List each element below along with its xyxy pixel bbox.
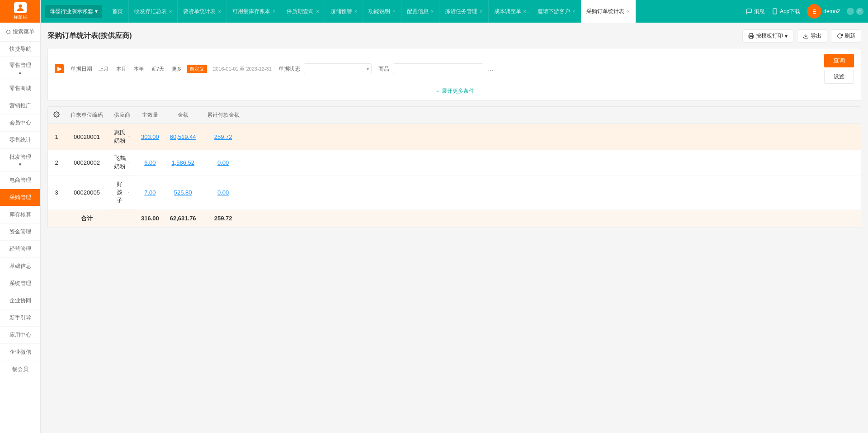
sidebar-item-finance[interactable]: 资金管理 xyxy=(0,224,40,241)
date-shortcut-7days[interactable]: 近7天 xyxy=(149,65,167,73)
sidebar-item-wholesale[interactable]: 批发管理 ▼ xyxy=(0,149,40,172)
table-footer: 合计 316.00 62,631.76 259.72 xyxy=(48,209,861,227)
tab-overstock[interactable]: 超储预警 × xyxy=(325,0,363,23)
date-shortcut-custom[interactable]: 自定义 xyxy=(187,65,207,73)
message-button[interactable]: 消息 xyxy=(746,8,765,15)
industry-dropdown[interactable]: 母婴行业演示账套 ▾ xyxy=(45,5,102,18)
filter-bar: ▶ 单据日期 上月 本月 本年 近7天 更多 自定义 2016-01-01 至 … xyxy=(47,48,861,101)
data-table-container: 往来单位编码 供应商 主数量 金额 累计付款金额 1 00020001 惠氏奶粉… xyxy=(47,106,861,228)
status-filter-group: 单据状态 xyxy=(278,63,372,74)
date-shortcut-this-month[interactable]: 本月 xyxy=(113,65,129,73)
date-filter-group: 单据日期 上月 本月 本年 近7天 更多 自定义 2016-01-01 至 20… xyxy=(71,65,272,73)
table-header-settings xyxy=(48,107,65,124)
cell-no: 1 xyxy=(48,124,65,150)
sidebar-item-system[interactable]: 系统管理 xyxy=(0,275,40,292)
tab-close-icon-active[interactable]: × xyxy=(627,9,629,14)
sidebar-item-retail-management[interactable]: 零售管理 ▲ xyxy=(0,57,40,80)
sidebar-item-operations[interactable]: 经营管理 xyxy=(0,241,40,258)
footer-label: 合计 xyxy=(65,209,108,227)
tab-close-icon[interactable]: × xyxy=(431,9,434,14)
dropdown-arrow-icon: ▾ xyxy=(95,8,98,14)
search-menu-section[interactable]: 搜索菜单 xyxy=(0,23,40,42)
tab-config-info[interactable]: 配置信息 × xyxy=(401,0,439,23)
filter-toggle-button[interactable]: ▶ xyxy=(55,64,64,73)
sidebar: 标题栏 搜索菜单 快捷导航 零售管理 ▲ 零售商城 营销推广 会员中心 零售统计… xyxy=(0,0,41,433)
goods-more-button[interactable]: … xyxy=(487,65,494,73)
page-actions: 按模板打印 ▾ 导出 刷新 xyxy=(742,29,861,43)
cell-no: 3 xyxy=(48,176,65,209)
date-shortcut-last-month[interactable]: 上月 xyxy=(96,65,111,73)
tab-close-icon[interactable]: × xyxy=(572,9,575,14)
tab-cost-adjust[interactable]: 成本调整单 × xyxy=(489,0,532,23)
date-shortcut-more[interactable]: 更多 xyxy=(169,65,184,73)
sidebar-item-member[interactable]: 会员中心 xyxy=(0,114,40,132)
print-dropdown-arrow: ▾ xyxy=(785,33,788,39)
tab-close-icon[interactable]: × xyxy=(169,9,172,14)
sidebar-item-member2[interactable]: 畅会员 xyxy=(0,361,40,378)
search-menu-button[interactable]: 搜索菜单 xyxy=(3,26,38,38)
tab-purchase-stats[interactable]: 采购订单统计表 × xyxy=(581,0,635,23)
sidebar-item-inventory[interactable]: 库存核算 xyxy=(0,206,40,224)
sidebar-item-enterprise[interactable]: 企业协同 xyxy=(0,292,40,309)
sidebar-item-new-guide[interactable]: 新手引导 xyxy=(0,309,40,327)
tab-close-icon[interactable]: × xyxy=(273,9,275,14)
tab-close-icon[interactable]: × xyxy=(218,9,221,14)
app-download-button[interactable]: App下载 xyxy=(772,8,800,15)
tab-home[interactable]: 首页 xyxy=(107,0,129,23)
tab-pick-task[interactable]: 拣货任务管理 × xyxy=(439,0,488,23)
logo-text: 标题栏 xyxy=(14,14,27,20)
footer-amount: 62,631.76 xyxy=(165,209,202,227)
cell-quantity: 6.00 xyxy=(136,150,165,176)
tab-close-icon[interactable]: × xyxy=(354,9,357,14)
tab-close-icon[interactable]: × xyxy=(524,9,526,14)
svg-point-1 xyxy=(7,30,10,33)
table-row[interactable]: 3 00020005 好孩子 7.00 525.80 0.00 xyxy=(48,176,861,209)
status-select[interactable] xyxy=(304,63,372,74)
sidebar-item-retail-stats[interactable]: 零售统计 xyxy=(0,132,40,149)
sidebar-item-basic-info[interactable]: 基础信息 xyxy=(0,258,40,275)
table-header-code: 往来单位编码 xyxy=(65,107,108,124)
tab-demand[interactable]: 要货单统计表 × xyxy=(178,0,226,23)
print-button[interactable]: 按模板打印 ▾ xyxy=(742,29,793,43)
goods-input[interactable] xyxy=(393,63,483,74)
export-button[interactable]: 导出 xyxy=(797,29,827,43)
table-header-supplier: 供应商 xyxy=(108,107,136,124)
table-row[interactable]: 2 00020002 飞鹤奶粉 6.00 1,586.52 0.00 xyxy=(48,150,861,176)
tab-expiry[interactable]: 保质期查询 × xyxy=(281,0,325,23)
footer-empty-1 xyxy=(48,209,65,227)
query-button[interactable]: 查询 xyxy=(824,54,854,67)
quick-nav-item[interactable]: 快捷导航 xyxy=(0,42,40,57)
refresh-button[interactable]: 刷新 xyxy=(831,29,861,43)
sidebar-item-app-center[interactable]: 应用中心 xyxy=(0,327,40,344)
tab-function-desc[interactable]: 功能说明 × xyxy=(363,0,401,23)
sidebar-item-wechat[interactable]: 企业微信 xyxy=(0,344,40,361)
table-body: 1 00020001 惠氏奶粉 303.00 60,519.44 259.72 … xyxy=(48,124,861,210)
date-shortcut-this-year[interactable]: 本年 xyxy=(131,65,146,73)
table-header-row: 往来单位编码 供应商 主数量 金额 累计付款金额 xyxy=(48,107,861,124)
user-menu[interactable]: E demo2 xyxy=(807,4,840,19)
app-logo: 标题栏 xyxy=(0,0,40,23)
tab-invite-downstream[interactable]: 邀请下游客户 × xyxy=(532,0,581,23)
sidebar-item-retail-shop[interactable]: 零售商城 xyxy=(0,80,40,97)
table-row[interactable]: 1 00020001 惠氏奶粉 303.00 60,519.44 259.72 xyxy=(48,124,861,150)
cell-supplier: 好孩子 xyxy=(108,176,136,209)
footer-quantity: 316.00 xyxy=(136,209,165,227)
page-header: 采购订单统计表(按供应商) 按模板打印 ▾ 导出 刷新 xyxy=(47,29,861,43)
sidebar-item-purchase[interactable]: 采购管理 xyxy=(0,189,40,206)
tab-collection[interactable]: 收发存汇总表 × xyxy=(129,0,178,23)
maximize-button[interactable]: □ xyxy=(856,8,863,15)
purchase-stats-table: 往来单位编码 供应商 主数量 金额 累计付款金额 1 00020001 惠氏奶粉… xyxy=(48,107,861,228)
expand-more-button[interactable]: 展开更多条件 xyxy=(435,87,474,95)
tab-close-icon[interactable]: × xyxy=(392,9,395,14)
cell-quantity: 303.00 xyxy=(136,124,165,150)
minimize-button[interactable]: — xyxy=(847,8,854,15)
tab-available-inventory[interactable]: 可用量库存账本 × xyxy=(227,0,281,23)
settings-button[interactable]: 设置 xyxy=(824,70,854,84)
user-avatar: E xyxy=(807,4,821,19)
tab-close-icon[interactable]: × xyxy=(316,9,319,14)
expand-icon-wholesale: ▼ xyxy=(18,162,23,167)
sidebar-item-ecommerce[interactable]: 电商管理 xyxy=(0,172,40,189)
sidebar-item-marketing[interactable]: 营销推广 xyxy=(0,97,40,114)
tab-close-icon[interactable]: × xyxy=(480,9,482,14)
cell-supplier: 飞鹤奶粉 xyxy=(108,150,136,176)
